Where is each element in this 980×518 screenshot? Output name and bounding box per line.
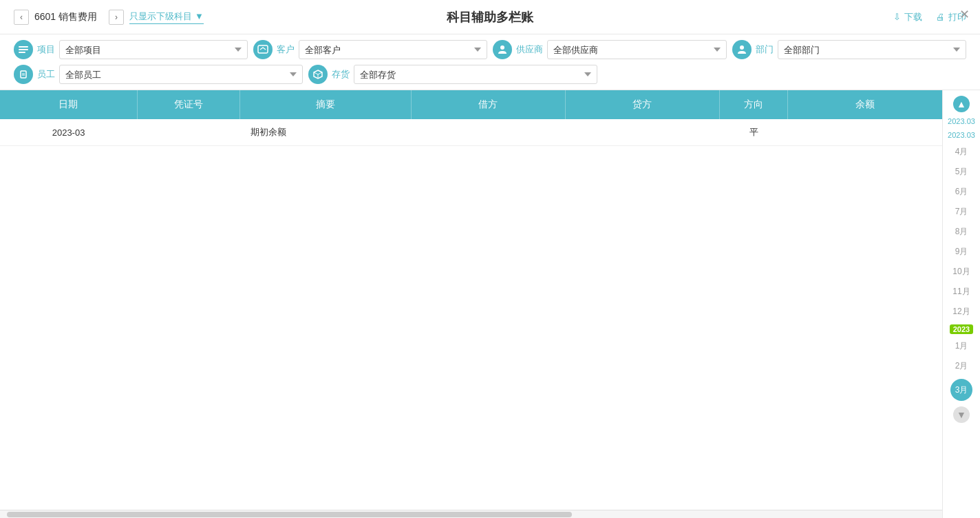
download-button[interactable]: ⇩ 下载 <box>893 11 922 23</box>
year-badge[interactable]: 2023 <box>950 324 973 334</box>
project-select[interactable]: 全部项目 <box>59 40 248 59</box>
customer-select[interactable]: 全部客户 <box>299 40 487 59</box>
cell-voucher <box>137 119 239 146</box>
sidebar-month-8[interactable]: 8月 <box>943 222 980 242</box>
page-title: 科目辅助多栏账 <box>447 9 533 25</box>
sidebar-month-4[interactable]: 4月 <box>943 142 980 162</box>
col-debit: 借方 <box>411 90 565 119</box>
show-sub-accounts-dropdown[interactable]: 只显示下级科目 ▼ <box>129 10 204 24</box>
cell-date: 2023-03 <box>0 119 137 146</box>
svg-point-4 <box>500 45 504 50</box>
col-credit: 贷方 <box>565 90 719 119</box>
customer-filter: 客户 全部客户 <box>253 40 487 59</box>
download-icon: ⇩ <box>893 12 901 22</box>
table-row[interactable]: 2023-03 期初余额 平 <box>0 119 942 146</box>
employee-select[interactable]: 全部员工 <box>59 65 303 84</box>
main-content: 日期 凭证号 摘要 借方 贷方 方向 余额 2023-03 <box>0 90 942 518</box>
customer-label: 客户 <box>277 43 295 56</box>
account-code: 6601 销售费用 <box>34 11 103 23</box>
inventory-icon <box>308 65 328 84</box>
col-voucher: 凭证号 <box>137 90 239 119</box>
sidebar-month-3-active[interactable]: 3月 <box>950 379 972 401</box>
cell-summary: 期初余额 <box>239 119 411 146</box>
title-bar-right: ⇩ 下载 🖨 打印 <box>893 11 966 23</box>
scrollbar-thumb <box>7 512 572 517</box>
prev-account-button[interactable]: ‹ <box>14 10 29 25</box>
sidebar-month-6[interactable]: 6月 <box>943 182 980 202</box>
sidebar-month-11[interactable]: 11月 <box>943 282 980 302</box>
project-icon <box>14 40 33 59</box>
filter-bar: 项目 全部项目 客户 全部客户 <box>0 34 980 90</box>
next-account-button[interactable]: › <box>109 10 124 25</box>
supplier-icon <box>493 40 512 59</box>
title-bar-left: ‹ 6601 销售费用 › 只显示下级科目 ▼ <box>14 10 204 25</box>
supplier-select[interactable]: 全部供应商 <box>547 40 727 59</box>
inventory-select[interactable]: 全部存货 <box>354 65 597 84</box>
employee-filter: 员工 全部员工 <box>14 65 303 84</box>
svg-rect-3 <box>258 45 268 53</box>
project-label: 项目 <box>37 43 55 56</box>
sidebar-month-1[interactable]: 1月 <box>943 336 980 356</box>
sidebar-month-5[interactable]: 5月 <box>943 162 980 182</box>
sidebar-date-top-1[interactable]: 2023.03 <box>946 114 977 128</box>
customer-icon <box>253 40 273 59</box>
supplier-label: 供应商 <box>516 43 543 56</box>
sidebar-date-top-2[interactable]: 2023.03 <box>946 128 977 142</box>
sidebar-scroll-up-button[interactable]: ▲ <box>953 96 970 112</box>
department-filter: 部门 全部部门 <box>732 40 966 59</box>
sidebar-month-10[interactable]: 10月 <box>943 262 980 282</box>
sidebar-month-7[interactable]: 7月 <box>943 202 980 222</box>
cell-direction: 平 <box>719 119 788 146</box>
print-icon: 🖨 <box>936 12 945 22</box>
svg-rect-6 <box>21 71 26 78</box>
cell-credit <box>565 119 719 146</box>
ledger-table: 日期 凭证号 摘要 借方 贷方 方向 余额 2023-03 <box>0 90 942 146</box>
col-summary: 摘要 <box>239 90 411 119</box>
sidebar-month-2[interactable]: 2月 <box>943 356 980 376</box>
main-window: ‹ 6601 销售费用 › 只显示下级科目 ▼ 科目辅助多栏账 ⇩ 下载 🖨 打… <box>0 0 980 518</box>
sidebar-scroll-down-button[interactable]: ▼ <box>953 406 970 423</box>
svg-point-5 <box>740 45 744 50</box>
svg-rect-1 <box>19 49 28 50</box>
inventory-label: 存货 <box>332 68 350 81</box>
sidebar-month-9[interactable]: 9月 <box>943 242 980 262</box>
employee-label: 员工 <box>37 68 55 81</box>
title-bar: ‹ 6601 销售费用 › 只显示下级科目 ▼ 科目辅助多栏账 ⇩ 下载 🖨 打… <box>0 0 980 34</box>
inventory-filter: 存货 全部存货 <box>308 65 597 84</box>
sidebar-month-12[interactable]: 12月 <box>943 302 980 322</box>
col-direction: 方向 <box>719 90 788 119</box>
cell-debit <box>411 119 565 146</box>
department-select[interactable]: 全部部门 <box>778 40 966 59</box>
col-balance: 余额 <box>788 90 942 119</box>
horizontal-scrollbar[interactable] <box>0 510 942 518</box>
department-label: 部门 <box>756 43 774 56</box>
svg-rect-2 <box>19 52 25 53</box>
col-date: 日期 <box>0 90 137 119</box>
cell-balance <box>788 119 942 146</box>
svg-rect-0 <box>19 46 28 48</box>
table-wrapper[interactable]: 日期 凭证号 摘要 借方 贷方 方向 余额 2023-03 <box>0 90 942 510</box>
project-filter: 项目 全部项目 <box>14 40 248 59</box>
employee-icon <box>14 65 33 84</box>
supplier-filter: 供应商 全部供应商 <box>493 40 727 59</box>
close-button[interactable]: ✕ <box>959 8 970 21</box>
right-sidebar: ▲ 2023.03 2023.03 4月 5月 6月 7月 8月 9月 10月 … <box>942 90 980 518</box>
department-icon <box>732 40 752 59</box>
